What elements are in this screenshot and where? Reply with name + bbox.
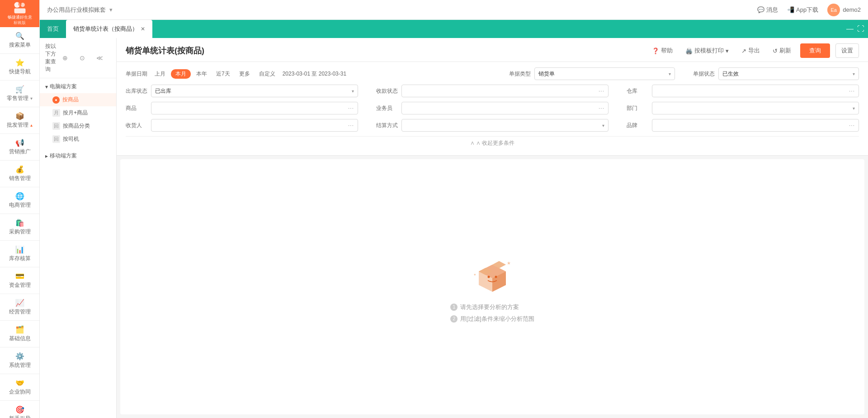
empty-state: ★ ✦ 1 请先选择要分析的方案 2 用[过滤]条件来缩小分析范围 <box>120 159 864 414</box>
tree-item-label: 按商品分类 <box>63 122 90 130</box>
tab-bar-controls: — ⛶ <box>846 25 868 33</box>
payment-status-dots: ··· <box>599 88 604 94</box>
sidebar-item-sales[interactable]: 💰 销售管理 <box>0 161 39 187</box>
date-last-month[interactable]: 上月 <box>151 69 169 79</box>
settlement-select[interactable]: ▾ <box>401 119 609 132</box>
filter-item-department: 部门 ▾ <box>627 102 859 114</box>
sidebar-item-wholesale[interactable]: 📦 批发管理 ▴ <box>0 107 39 134</box>
right-panel: 销货单统计表(按商品) ❓ 帮助 🖨️ 按模板打印 ▾ ↗ 导出 <box>117 38 868 418</box>
sidebar-item-label: 快捷导航 <box>9 68 31 75</box>
doc-status-select[interactable]: 已生效 ▾ <box>718 67 859 80</box>
left-panel-header: 按以下方案查询 ⊕ ⊙ ≪ <box>40 38 116 78</box>
sidebar-item-basic[interactable]: 🗂️ 基础信息 <box>0 321 39 347</box>
stock-status-arrow: ▾ <box>352 89 354 94</box>
brand-select[interactable]: ··· <box>652 119 859 132</box>
logo-sub: 标账版 <box>14 20 26 26</box>
template-print-button[interactable]: 🖨️ 按模板打印 ▾ <box>682 45 732 57</box>
tab-home[interactable]: 首页 <box>40 20 66 38</box>
tab-report[interactable]: 销货单统计表（按商品） ✕ <box>66 20 152 38</box>
app-download-button[interactable]: 📲 App下载 <box>787 6 818 14</box>
tab-minimize-icon[interactable]: — <box>846 25 854 33</box>
empty-tips: 1 请先选择要分析的方案 2 用[过滤]条件来缩小分析范围 <box>450 301 534 325</box>
date-quick-buttons: 上月 本月 本年 近7天 更多 自定义 <box>151 69 279 79</box>
tree-group-label: 电脑端方案 <box>50 83 77 90</box>
sidebar-item-label: 经营管理 <box>9 309 31 315</box>
tree-group-mobile-header[interactable]: ▸ 移动端方案 <box>40 149 116 162</box>
filter-row-4: 收货人 ··· 结算方式 ▾ <box>126 119 859 132</box>
tree-item-by-category[interactable]: 回 按商品分类 <box>40 119 116 133</box>
sidebar-item-search-menu[interactable]: 🔍 搜索菜单 <box>0 27 39 54</box>
brand-dots: ··· <box>849 122 855 128</box>
tree-item-by-month-product[interactable]: 月 按月+商品 <box>40 106 116 119</box>
sidebar-item-system[interactable]: ⚙️ 系统管理 <box>0 347 39 374</box>
sidebar-item-quick-nav[interactable]: ⭐ 快捷导航 <box>0 54 39 81</box>
user-profile[interactable]: Ea demo2 <box>827 4 861 16</box>
svg-text:✦: ✦ <box>473 273 476 277</box>
product-select[interactable]: ··· <box>151 102 358 114</box>
tree-item-by-printer[interactable]: 回 按司机 <box>40 133 116 146</box>
main-area: 办公用品行业模拟账套 ▾ 💬 消息 📲 App下载 Ea demo2 首页 销货… <box>40 0 868 418</box>
filter-item-stock-status: 出库状态 已出库 ▾ <box>126 85 358 97</box>
stock-status-select[interactable]: 已出库 ▾ <box>151 85 358 97</box>
date-last-7[interactable]: 近7天 <box>212 69 234 79</box>
settings-button[interactable]: 设置 <box>835 43 859 58</box>
page-title: 销货单统计表(按商品) <box>126 45 204 56</box>
tree-group-pc-header[interactable]: ▾ 电脑端方案 <box>40 80 116 93</box>
sidebar-item-marketing[interactable]: 📢 营销推广 <box>0 134 39 161</box>
date-custom[interactable]: 自定义 <box>255 69 279 79</box>
help-button[interactable]: ❓ 帮助 <box>648 45 676 57</box>
refresh-button[interactable]: ↺ 刷新 <box>769 45 795 57</box>
message-button[interactable]: 💬 消息 <box>757 6 778 14</box>
logo-text: 畅捷通好生意 <box>8 15 32 20</box>
sidebar-item-retail[interactable]: 🛒 零售管理 ▾ <box>0 81 39 107</box>
sidebar-item-ecommerce[interactable]: 🌐 电商管理 <box>0 187 39 214</box>
add-scheme-icon[interactable]: ⊕ <box>62 54 77 62</box>
settings-scheme-icon[interactable]: ⊙ <box>80 54 94 62</box>
settlement-label: 结算方式 <box>376 122 398 129</box>
department-select[interactable]: ▾ <box>652 102 859 114</box>
sidebar-item-label: 搜索菜单 <box>9 42 31 48</box>
tab-close-icon[interactable]: ✕ <box>141 26 145 32</box>
warehouse-select[interactable]: ··· <box>652 85 859 97</box>
print-icon: 🖨️ <box>685 48 693 54</box>
collapse-conditions-button[interactable]: ∧ ∧ 收起更多条件 <box>126 136 859 150</box>
query-button[interactable]: 查询 <box>800 43 830 58</box>
sidebar-item-label: 企业协同 <box>9 389 31 395</box>
date-this-year[interactable]: 本年 <box>193 69 211 79</box>
empty-tip-2: 2 用[过滤]条件来缩小分析范围 <box>450 313 534 325</box>
collapse-panel-icon[interactable]: ≪ <box>96 54 111 62</box>
doc-type-select[interactable]: 销货单 ▾ <box>534 67 675 80</box>
date-this-month[interactable]: 本月 <box>171 69 191 79</box>
doc-type-arrow: ▾ <box>669 71 671 76</box>
top-header: 办公用品行业模拟账套 ▾ 💬 消息 📲 App下载 Ea demo2 <box>40 0 868 20</box>
payment-status-select[interactable]: ··· <box>401 85 609 97</box>
date-more[interactable]: 更多 <box>236 69 254 79</box>
empty-tip-1: 1 请先选择要分析的方案 <box>450 301 534 313</box>
filter-item-settlement: 结算方式 ▾ <box>376 119 609 132</box>
salesperson-select[interactable]: ··· <box>401 102 609 114</box>
svg-text:★: ★ <box>507 261 511 266</box>
nav-dropdown-icon[interactable]: ▾ <box>109 6 113 13</box>
filter-row-2: 出库状态 已出库 ▾ 收款状态 ··· <box>126 85 859 97</box>
tab-report-label: 销货单统计表（按商品） <box>73 25 138 33</box>
sidebar-item-label: 零售管理 <box>7 95 28 101</box>
printer-icon: 回 <box>52 135 60 143</box>
refresh-icon: ↺ <box>773 48 778 54</box>
tab-maximize-icon[interactable]: ⛶ <box>857 25 864 33</box>
sidebar-item-finance[interactable]: 💳 资金管理 <box>0 267 39 294</box>
filter-item-warehouse: 仓库 ··· <box>627 85 859 97</box>
sidebar-item-purchase[interactable]: 🛍️ 采购管理 <box>0 214 39 241</box>
stock-status-label: 出库状态 <box>126 87 147 95</box>
tree-item-by-product[interactable]: ● 按商品 <box>40 93 116 106</box>
month-icon: 月 <box>52 109 60 117</box>
sidebar-item-label: 库存核算 <box>9 255 31 261</box>
sidebar-item-new-guide[interactable]: 🎯 新手引导 <box>0 401 39 418</box>
tip-num-1: 1 <box>450 304 458 311</box>
sidebar-item-enterprise-coop[interactable]: 🤝 企业协同 <box>0 374 39 401</box>
sidebar-item-stock[interactable]: 📊 库存核算 <box>0 241 39 267</box>
category-icon: 回 <box>52 122 60 130</box>
sidebar-item-operation[interactable]: 📈 经营管理 <box>0 294 39 321</box>
export-button[interactable]: ↗ 导出 <box>738 45 764 57</box>
recipient-select[interactable]: ··· <box>151 119 358 132</box>
print-dropdown-icon: ▾ <box>726 48 729 54</box>
